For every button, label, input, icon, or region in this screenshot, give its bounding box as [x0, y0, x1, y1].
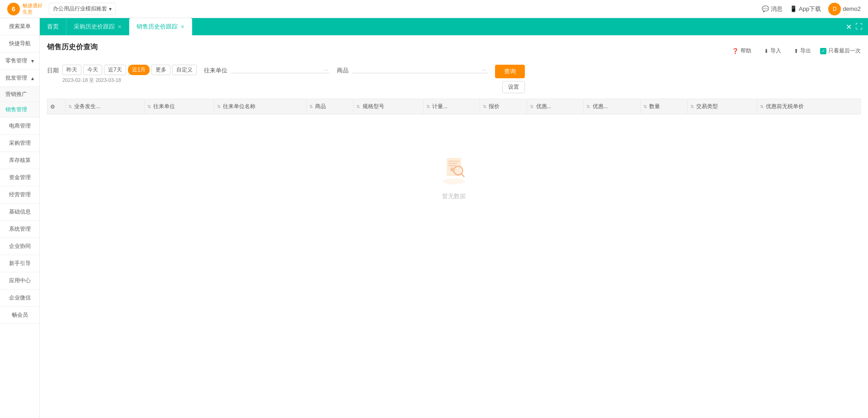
import-icon: ⬇: [764, 48, 769, 54]
goods-dots: ...: [480, 66, 488, 72]
sidebar-item-sales-mgmt[interactable]: 销售管理: [0, 102, 39, 118]
goods-input[interactable]: [352, 65, 480, 73]
sidebar: 搜索菜单 快捷导航 零售管理 ▾ 批发管理 ▴ 营销推广 销售管理 电商管理 采…: [0, 18, 40, 418]
app-name: 办公用品行业模拟账套: [53, 5, 107, 13]
sidebar-item-quick-nav[interactable]: 快捷导航: [0, 35, 39, 52]
tab-purchase-close-icon[interactable]: ✕: [118, 24, 122, 30]
tab-purchase-history[interactable]: 采购历史价跟踪 ✕: [66, 18, 129, 35]
message-button[interactable]: 💬 消息: [762, 5, 783, 13]
sidebar-item-marketing[interactable]: 营销推广: [0, 87, 39, 102]
date-btn-today[interactable]: 今天: [83, 65, 102, 75]
export-icon: ⬆: [794, 48, 798, 54]
tab-sales-history[interactable]: 销售历史价跟踪 ✕: [129, 18, 192, 35]
sidebar-item-purchase[interactable]: 采购管理: [0, 135, 39, 152]
empty-state: 暂无数据: [47, 114, 861, 237]
logo-text: 畅捷通好生意: [23, 3, 45, 14]
col-biz-date[interactable]: ⇅ 业务发生...: [66, 99, 145, 114]
sidebar-item-guide[interactable]: 新手引导: [0, 255, 39, 272]
sidebar-item-retail[interactable]: 零售管理 ▾: [0, 52, 39, 70]
sort-icon-spec: ⇅: [356, 104, 360, 109]
col-pre-tax[interactable]: ⇅ 优惠前无税单价: [757, 99, 861, 114]
sidebar-item-enterprise[interactable]: 企业协同: [0, 238, 39, 255]
date-btn-more[interactable]: 更多: [151, 65, 170, 75]
wholesale-label: 批发管理: [5, 74, 27, 82]
col-quote[interactable]: ⇅ 报价: [480, 99, 527, 114]
main-layout: 搜索菜单 快捷导航 零售管理 ▾ 批发管理 ▴ 营销推广 销售管理 电商管理 采…: [0, 18, 868, 418]
import-button[interactable]: ⬇ 导入: [760, 45, 785, 57]
sidebar-item-basic-info[interactable]: 基础信息: [0, 204, 39, 221]
fullscreen-icon[interactable]: ⛶: [855, 23, 863, 31]
sort-icon-quantity: ⇅: [643, 104, 647, 109]
svg-rect-2: [448, 161, 459, 162]
only-last-checkbox[interactable]: ✓: [820, 48, 826, 54]
sort-icon-trade-type: ⇅: [690, 104, 694, 109]
query-button[interactable]: 查询: [495, 65, 525, 78]
user-area[interactable]: D demo2: [828, 3, 861, 15]
settings-button[interactable]: 设置: [502, 81, 525, 93]
help-button[interactable]: ❓ 帮助: [728, 45, 755, 57]
page-content: 销售历史价查询 ❓ 帮助 ⬇ 导入 ⬆ 导出 ✓: [40, 35, 868, 418]
query-btn-area: 查询 设置: [495, 65, 525, 93]
message-icon: 💬: [762, 5, 769, 12]
date-btn-yesterday[interactable]: 昨天: [62, 65, 81, 75]
date-range-text: 2023-02-18 至 2023-03-18: [62, 77, 197, 84]
svg-rect-4: [448, 165, 456, 166]
col-quantity[interactable]: ⇅ 数量: [640, 99, 687, 114]
sort-icon-goods: ⇅: [309, 104, 313, 109]
tab-purchase-label: 采购历史价跟踪: [74, 23, 115, 31]
col-discount1[interactable]: ⇅ 优惠...: [527, 99, 584, 114]
svg-line-6: [462, 174, 464, 176]
only-last-checkbox-label[interactable]: ✓ 只看最后一次: [820, 47, 861, 55]
date-btn-1month[interactable]: 近1月: [128, 65, 150, 75]
retail-label: 零售管理: [5, 57, 27, 65]
col-spec[interactable]: ⇅ 规格型号: [354, 99, 423, 114]
empty-text: 暂无数据: [442, 192, 466, 200]
retail-arrow-icon: ▾: [31, 58, 34, 64]
top-bar-right: 💬 消息 📱 App下载 D demo2: [762, 3, 861, 15]
goods-filter-group: 商品 ...: [337, 65, 488, 75]
sidebar-item-finance[interactable]: 资金管理: [0, 169, 39, 186]
col-goods[interactable]: ⇅ 商品: [307, 99, 354, 114]
sidebar-item-system[interactable]: 系统管理: [0, 221, 39, 238]
date-options: 昨天 今天 近7天 近1月 更多 自定义 2023-02-18 至 2023-0…: [62, 65, 197, 84]
help-icon: ❓: [732, 48, 739, 54]
close-all-icon[interactable]: ✕: [846, 23, 852, 31]
date-filter-group: 日期 昨天 今天 近7天 近1月 更多 自定义 2023-02-18 至 202…: [47, 65, 197, 84]
top-bar-left: 6 畅捷通好生意 办公用品行业模拟账套 ▾: [7, 3, 116, 15]
sort-icon-biz-date: ⇅: [68, 104, 72, 109]
sidebar-item-ecommerce[interactable]: 电商管理: [0, 118, 39, 135]
counterpart-input[interactable]: [231, 65, 321, 73]
sidebar-item-wholesale[interactable]: 批发管理 ▴: [0, 70, 39, 87]
tab-home[interactable]: 首页: [40, 18, 66, 35]
search-label: 搜索菜单: [9, 23, 31, 29]
sidebar-item-wechat[interactable]: 企业微信: [0, 290, 39, 307]
app-selector[interactable]: 办公用品行业模拟账套 ▾: [49, 3, 116, 15]
sidebar-item-search[interactable]: 搜索菜单: [0, 18, 39, 35]
counterpart-dots: ...: [321, 66, 330, 72]
col-trade-type[interactable]: ⇅ 交易类型: [687, 99, 757, 114]
col-discount2[interactable]: ⇅ 优惠...: [584, 99, 640, 114]
sidebar-item-app-center[interactable]: 应用中心: [0, 272, 39, 290]
sort-icon-pre-tax: ⇅: [760, 104, 764, 109]
dropdown-icon: ▾: [109, 6, 112, 12]
top-bar: 6 畅捷通好生意 办公用品行业模拟账套 ▾ 💬 消息 📱 App下载 D dem…: [0, 0, 868, 18]
sidebar-item-membership[interactable]: 畅会员: [0, 307, 39, 324]
col-counterpart[interactable]: ⇅ 往来单位: [144, 99, 214, 114]
sidebar-item-inventory[interactable]: 库存核算: [0, 152, 39, 169]
app-download-button[interactable]: 📱 App下载: [790, 5, 821, 13]
content-area: 首页 采购历史价跟踪 ✕ 销售历史价跟踪 ✕ ✕ ⛶ 销售历史价查询: [40, 18, 868, 418]
col-counterpart-name[interactable]: ⇅ 往来单位名称: [214, 99, 307, 114]
export-button[interactable]: ⬆ 导出: [790, 45, 815, 57]
svg-point-0: [443, 179, 465, 185]
date-btn-custom[interactable]: 自定义: [172, 65, 197, 75]
sort-icon-unit: ⇅: [426, 104, 430, 109]
col-unit[interactable]: ⇅ 计量...: [423, 99, 480, 114]
svg-point-9: [453, 169, 454, 170]
wholesale-arrow-icon: ▴: [31, 75, 34, 81]
col-settings[interactable]: ⚙: [47, 99, 66, 114]
counterpart-filter-label: 往来单位: [204, 66, 227, 75]
tab-sales-close-icon[interactable]: ✕: [180, 24, 184, 30]
date-btn-7days[interactable]: 近7天: [104, 65, 126, 75]
svg-point-7: [450, 167, 455, 172]
sidebar-item-operations[interactable]: 经营管理: [0, 186, 39, 204]
